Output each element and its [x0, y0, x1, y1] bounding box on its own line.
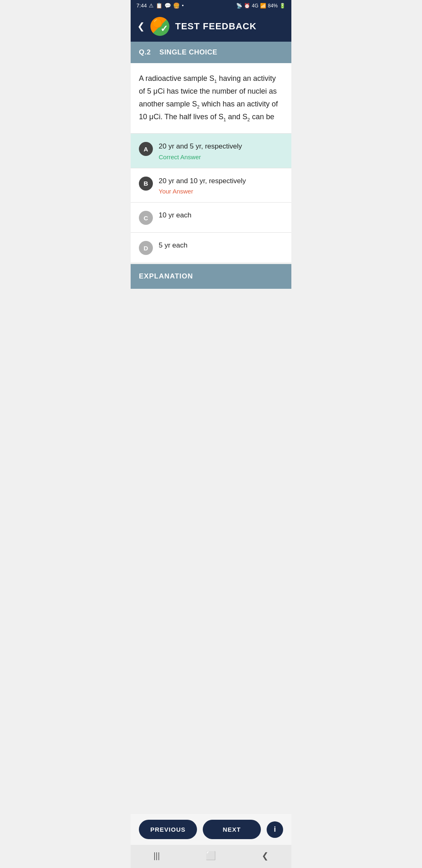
- alarm-icon: ⏰: [244, 3, 250, 9]
- chat-icon: 💬: [164, 2, 171, 9]
- option-c-text: 10 yr each: [159, 210, 191, 221]
- signal-icon: 📶: [260, 3, 266, 9]
- question-label: Q.2 SINGLE CHOICE: [139, 48, 217, 56]
- alert-icon: ⚠: [149, 2, 154, 9]
- options-container: A 20 yr and 5 yr, respectively Correct A…: [131, 133, 291, 262]
- option-d-badge: D: [139, 241, 153, 255]
- bottom-navigation: PREVIOUS NEXT i: [131, 814, 291, 845]
- cast-icon: 📡: [236, 3, 242, 9]
- logo: 🟠 ✓: [150, 17, 169, 36]
- option-a[interactable]: A 20 yr and 5 yr, respectively Correct A…: [131, 133, 291, 168]
- battery-icon: 🔋: [279, 3, 286, 9]
- option-d[interactable]: D 5 yr each: [131, 232, 291, 262]
- page-title: TEST FEEDBACK: [175, 21, 257, 32]
- option-b[interactable]: B 20 yr and 10 yr, respectively Your Ans…: [131, 168, 291, 203]
- option-b-badge: B: [139, 177, 153, 191]
- your-answer-label: Your Answer: [159, 188, 246, 195]
- status-left: 7:44 ⚠ 📋 💬 🍔 •: [136, 2, 184, 9]
- checkmark-icon: ✓: [160, 24, 168, 34]
- back-button[interactable]: ❮: [137, 21, 145, 32]
- question-section-header: Q.2 SINGLE CHOICE: [131, 42, 291, 63]
- option-c[interactable]: C 10 yr each: [131, 202, 291, 232]
- correct-answer-label: Correct Answer: [159, 153, 242, 160]
- previous-button[interactable]: PREVIOUS: [139, 820, 197, 839]
- menu-icon[interactable]: |||: [153, 851, 160, 861]
- status-bar: 7:44 ⚠ 📋 💬 🍔 • 📡 ⏰ 4G 📶 84% 🔋: [131, 0, 291, 11]
- option-c-badge: C: [139, 211, 153, 225]
- option-a-badge: A: [139, 142, 153, 156]
- option-a-content: 20 yr and 5 yr, respectively Correct Ans…: [159, 141, 242, 160]
- battery-label: 84%: [268, 3, 278, 9]
- explanation-title: EXPLANATION: [139, 272, 193, 280]
- explanation-section: EXPLANATION: [131, 264, 291, 289]
- header: ❮ 🟠 ✓ TEST FEEDBACK: [131, 11, 291, 42]
- option-b-text: 20 yr and 10 yr, respectively: [159, 176, 246, 186]
- info-button[interactable]: i: [267, 821, 283, 838]
- question-text: A radioactive sample S1 having an activi…: [131, 63, 291, 133]
- option-c-content: 10 yr each: [159, 210, 191, 221]
- home-icon[interactable]: ⬜: [206, 851, 216, 861]
- dot-indicator: •: [182, 2, 184, 9]
- android-nav-bar: ||| ⬜ ❮: [131, 845, 291, 868]
- option-d-text: 5 yr each: [159, 240, 188, 251]
- notification-icon: 📋: [156, 2, 162, 9]
- next-button[interactable]: NEXT: [203, 820, 261, 839]
- status-right: 📡 ⏰ 4G 📶 84% 🔋: [236, 3, 286, 9]
- back-nav-icon[interactable]: ❮: [262, 851, 269, 861]
- network-label: 4G: [252, 3, 258, 9]
- time: 7:44: [136, 2, 147, 9]
- app-icon: 🍔: [173, 2, 180, 9]
- option-d-content: 5 yr each: [159, 240, 188, 251]
- option-b-content: 20 yr and 10 yr, respectively Your Answe…: [159, 176, 246, 195]
- option-a-text: 20 yr and 5 yr, respectively: [159, 141, 242, 152]
